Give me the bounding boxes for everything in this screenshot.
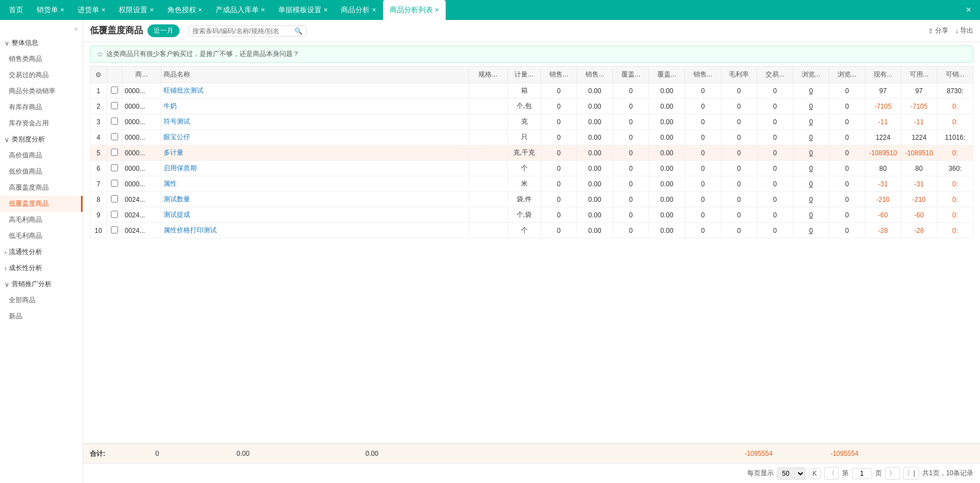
nav-permissions[interactable]: 权限设置 × bbox=[112, 0, 160, 20]
share-button[interactable]: ⇧ 分享 bbox=[928, 26, 948, 35]
nav-product-analysis[interactable]: 商品分析 × bbox=[334, 0, 382, 20]
sidebar-section-category[interactable]: ∨ 类别度分析 bbox=[0, 131, 83, 148]
row-check-input[interactable] bbox=[111, 180, 118, 187]
row-check-input[interactable] bbox=[111, 226, 118, 233]
row-checkbox[interactable] bbox=[107, 130, 122, 145]
first-page-btn[interactable]: K bbox=[809, 468, 821, 479]
row-name[interactable]: 测试数量 bbox=[161, 192, 469, 207]
row-view1[interactable]: 0 bbox=[793, 130, 829, 145]
row-name[interactable]: 启用保质期 bbox=[161, 161, 469, 176]
row-name[interactable]: 属性 bbox=[161, 176, 469, 192]
cover1-column-header: 覆盖... bbox=[613, 67, 649, 83]
search-input[interactable] bbox=[192, 27, 292, 35]
row-name[interactable]: 属性价格打印测试 bbox=[161, 223, 469, 238]
row-name[interactable]: 测试提成 bbox=[161, 207, 469, 223]
row-checkbox[interactable] bbox=[107, 114, 122, 130]
sidebar-section-liquidity[interactable]: › 流通性分析 bbox=[0, 244, 83, 260]
sidebar-section-growth[interactable]: › 成长性分析 bbox=[0, 260, 83, 276]
page-size-select[interactable]: 50 20 100 bbox=[777, 467, 805, 480]
nav-template-settings[interactable]: 单据模板设置 × bbox=[272, 0, 334, 20]
current-column-header: 现有... bbox=[865, 67, 901, 83]
row-name[interactable]: 符号测试 bbox=[161, 114, 469, 130]
row-check-input[interactable] bbox=[111, 133, 118, 140]
row-check-input[interactable] bbox=[111, 102, 118, 109]
row-check-input[interactable] bbox=[111, 211, 118, 218]
row-view1[interactable]: 0 bbox=[793, 207, 829, 223]
sidebar-item-low-profit[interactable]: 低毛利商品 bbox=[0, 228, 83, 244]
row-cover2: 0.00 bbox=[649, 223, 685, 238]
next-page-btn[interactable]: 〉 bbox=[885, 467, 900, 480]
row-view1[interactable]: 0 bbox=[793, 145, 829, 161]
row-checkbox[interactable] bbox=[107, 161, 122, 176]
sidebar-item-traded-goods[interactable]: 交易过的商品 bbox=[0, 67, 83, 83]
last-page-btn[interactable]: 〉| bbox=[903, 467, 919, 480]
footer-total-row: 合计: 0 0.00 0.00 -1095554 -1095554 bbox=[83, 443, 980, 463]
row-checkbox[interactable] bbox=[107, 192, 122, 207]
row-view1[interactable]: 0 bbox=[793, 99, 829, 114]
nav-purchase-order[interactable]: 进货单 × bbox=[71, 0, 112, 20]
row-checkbox[interactable] bbox=[107, 83, 122, 99]
row-view1[interactable]: 0 bbox=[793, 176, 829, 192]
row-name[interactable]: 多计量 bbox=[161, 145, 469, 161]
settings-column-header[interactable]: ⚙ bbox=[90, 67, 107, 83]
row-view1[interactable]: 0 bbox=[793, 161, 829, 176]
nav-product-inbound[interactable]: 产成品入库单 × bbox=[209, 0, 272, 20]
row-checkbox[interactable] bbox=[107, 99, 122, 114]
sidebar-item-category-turnover[interactable]: 商品分类动销率 bbox=[0, 83, 83, 99]
row-view1[interactable]: 0 bbox=[793, 223, 829, 238]
nav-home[interactable]: 首页 bbox=[2, 0, 30, 20]
row-sales-qty: 0 bbox=[541, 176, 577, 192]
close-button[interactable]: × bbox=[959, 5, 978, 15]
sidebar-item-low-coverage[interactable]: 低覆盖度商品 bbox=[0, 196, 83, 212]
page-number-input[interactable] bbox=[852, 468, 872, 479]
row-view1[interactable]: 0 bbox=[793, 83, 829, 99]
row-name[interactable]: 牛奶 bbox=[161, 99, 469, 114]
row-check-input[interactable] bbox=[111, 149, 118, 156]
row-available: 80 bbox=[901, 161, 937, 176]
row-code: 0000... bbox=[122, 130, 161, 145]
sales3-column-header: 销售... bbox=[685, 67, 721, 83]
sidebar-item-stock-capital[interactable]: 库存资金占用 bbox=[0, 115, 83, 131]
sidebar-item-in-stock[interactable]: 有库存商品 bbox=[0, 99, 83, 115]
sidebar-section-marketing[interactable]: ∨ 营销推广分析 bbox=[0, 276, 83, 292]
table-row: 6 0000... 启用保质期 个 0 0.00 0 0.00 0 0 0 0 … bbox=[90, 161, 973, 176]
filter-recent-month-btn[interactable]: 近一月 bbox=[147, 24, 180, 37]
sidebar-item-high-coverage[interactable]: 高覆盖度商品 bbox=[0, 180, 83, 196]
row-check-input[interactable] bbox=[111, 118, 118, 125]
name-column-header: 商品名称 bbox=[161, 67, 469, 83]
row-checkbox[interactable] bbox=[107, 223, 122, 238]
table-row: 1 0000... 旺铺批次测试 箱 0 0.00 0 0.00 0 0 0 0… bbox=[90, 83, 973, 99]
prev-page-btn[interactable]: 〈 bbox=[824, 467, 839, 480]
sidebar-section-overall[interactable]: ∨ 整体信息 bbox=[0, 35, 83, 51]
row-name[interactable]: 旺铺批次测试 bbox=[161, 83, 469, 99]
sidebar-item-high-value[interactable]: 高价值商品 bbox=[0, 148, 83, 164]
row-checkbox[interactable] bbox=[107, 145, 122, 161]
row-sales-amt: 0.00 bbox=[577, 207, 613, 223]
sidebar-item-low-value[interactable]: 低价值商品 bbox=[0, 164, 83, 180]
row-check-input[interactable] bbox=[111, 164, 118, 171]
search-box: 🔍 bbox=[188, 26, 307, 37]
row-sales-amt: 0.00 bbox=[577, 99, 613, 114]
row-saleable: 0: bbox=[937, 176, 973, 192]
sidebar-item-high-profit[interactable]: 高毛利商品 bbox=[0, 212, 83, 228]
sidebar-item-all-goods[interactable]: 全部商品 bbox=[0, 292, 83, 308]
sidebar-item-sales-goods[interactable]: 销售类商品 bbox=[0, 51, 83, 67]
row-checkbox[interactable] bbox=[107, 207, 122, 223]
row-view1[interactable]: 0 bbox=[793, 114, 829, 130]
sidebar-toggle[interactable]: « bbox=[0, 22, 83, 35]
export-button[interactable]: ↓ 导出 bbox=[955, 26, 973, 35]
nav-product-analysis-list[interactable]: 商品分析列表 × bbox=[383, 0, 446, 20]
row-sales-qty: 0 bbox=[541, 130, 577, 145]
sidebar-item-new-goods[interactable]: 新品 bbox=[0, 308, 83, 324]
row-checkbox[interactable] bbox=[107, 176, 122, 192]
spec-column-header: 规格... bbox=[469, 67, 508, 83]
row-name[interactable]: 眼宝公仔 bbox=[161, 130, 469, 145]
row-check-input[interactable] bbox=[111, 87, 118, 94]
search-icon[interactable]: 🔍 bbox=[294, 27, 303, 35]
row-view1[interactable]: 0 bbox=[793, 192, 829, 207]
row-num: 4 bbox=[90, 130, 107, 145]
nav-role-auth[interactable]: 角色授权 × bbox=[161, 0, 209, 20]
row-cover1: 0 bbox=[613, 192, 649, 207]
nav-sales-order[interactable]: 销货单 × bbox=[30, 0, 71, 20]
row-check-input[interactable] bbox=[111, 195, 118, 202]
